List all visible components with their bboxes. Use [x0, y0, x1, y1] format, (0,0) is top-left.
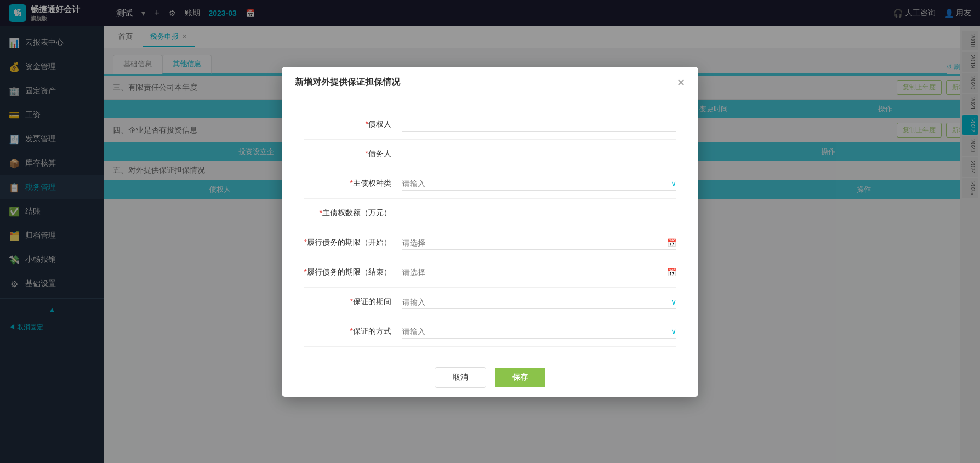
input-creditor[interactable]	[402, 118, 676, 132]
label-claim-amount: *主债权数额（万元）	[304, 208, 391, 218]
chevron-icon-guarantee-period[interactable]: ∨	[671, 298, 676, 306]
input-claim-amount[interactable]	[402, 207, 676, 220]
input-period-start[interactable]	[402, 238, 667, 247]
form-row-creditor: *债权人	[304, 110, 676, 140]
modal-overlay: 新增对外提供保证担保情况 ✕ *债权人 *债务人 *	[0, 0, 980, 463]
form-row-guarantee-period: *保证的期间 ∨	[304, 288, 676, 317]
label-guarantee-period: *保证的期间	[304, 297, 391, 307]
select-wrapper-guarantee-period: ∨	[402, 295, 676, 309]
calendar-icon-period-start[interactable]: 📅	[667, 238, 676, 247]
calendar-icon-period-end[interactable]: 📅	[667, 268, 676, 277]
modal-body: *债权人 *债务人 *主债权种类 ∨	[282, 99, 698, 358]
save-button[interactable]: 保存	[495, 368, 545, 387]
label-period-end: *履行债务的期限（结束）	[304, 267, 391, 277]
label-claim-type: *主债权种类	[304, 179, 391, 188]
input-guarantee-period[interactable]	[402, 298, 671, 306]
chevron-icon-guarantee-method[interactable]: ∨	[671, 327, 676, 336]
modal-header: 新增对外提供保证担保情况 ✕	[282, 67, 698, 99]
label-guarantee-method: *保证的方式	[304, 327, 391, 336]
input-guarantee-method[interactable]	[402, 327, 671, 336]
modal-title: 新增对外提供保证担保情况	[295, 77, 400, 88]
label-debtor: *债务人	[304, 149, 391, 159]
label-creditor: *债权人	[304, 119, 391, 129]
cancel-button[interactable]: 取消	[435, 367, 486, 388]
select-wrapper-claim-type: ∨	[402, 177, 676, 191]
select-wrapper-guarantee-method: ∨	[402, 325, 676, 339]
form-row-claim-amount: *主债权数额（万元）	[304, 199, 676, 228]
input-period-end[interactable]	[402, 268, 667, 277]
modal-footer: 取消 保存	[282, 358, 698, 397]
form-row-period-start: *履行债务的期限（开始） 📅	[304, 228, 676, 258]
modal-dialog: 新增对外提供保证担保情况 ✕ *债权人 *债务人 *	[282, 67, 698, 397]
form-row-debtor: *债务人	[304, 140, 676, 169]
select-wrapper-period-end: 📅	[402, 266, 676, 279]
input-debtor[interactable]	[402, 147, 676, 161]
form-row-period-end: *履行债务的期限（结束） 📅	[304, 258, 676, 288]
input-claim-type[interactable]	[402, 179, 671, 188]
select-wrapper-period-start: 📅	[402, 236, 676, 250]
chevron-icon-claim-type[interactable]: ∨	[671, 179, 676, 188]
modal-close-btn[interactable]: ✕	[677, 77, 685, 89]
form-row-guarantee-method: *保证的方式 ∨	[304, 317, 676, 347]
label-period-start: *履行债务的期限（开始）	[304, 238, 391, 248]
form-row-claim-type: *主债权种类 ∨	[304, 169, 676, 199]
